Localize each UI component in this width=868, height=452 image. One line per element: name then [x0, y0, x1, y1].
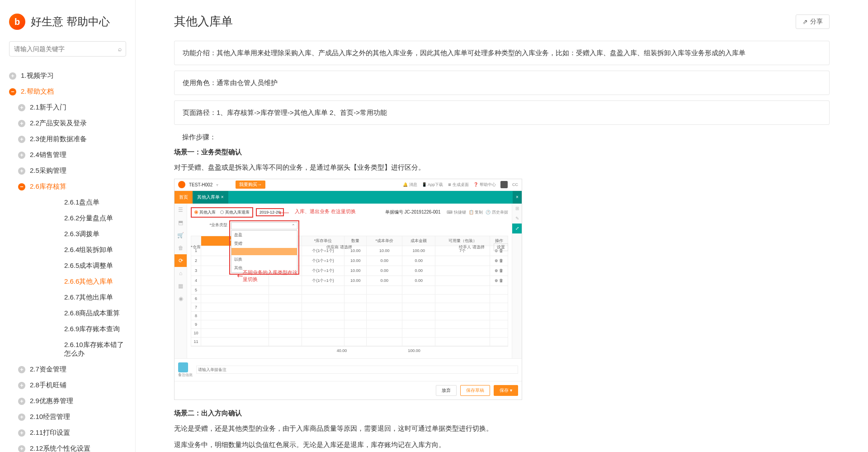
ss-clerk-label: 经手人 请选择: [459, 244, 485, 250]
app-screenshot: TEST-H002 ▾ 我要购买→ 🔔 消息 📱 App下载 🖥 生成桌面 ❓ …: [174, 179, 522, 400]
search-input[interactable]: [9, 41, 126, 57]
page-title: 其他入库单: [174, 14, 233, 29]
ss-shortcut: ⌨ 快捷键: [447, 209, 466, 215]
ss-radio-group: 其他入库 其他入库退库: [191, 207, 253, 218]
ss-rb-icon: ✎: [512, 214, 522, 224]
search-icon[interactable]: ⌕: [118, 45, 122, 52]
search-box: ⌕: [9, 41, 126, 57]
nav-2-6-3[interactable]: 2.6.3调拨单: [36, 226, 126, 242]
ss-left-nav: ☰ ⬒ 🛒 🗑 ⟳ ⌂ ▦ ◉: [175, 204, 187, 358]
ss-lnav-icon: 🗑: [175, 242, 187, 254]
ss-setting: 设置: [494, 243, 508, 251]
ss-account: TEST-H002: [189, 182, 212, 187]
nav-video-learning[interactable]: 1.视频学习: [9, 68, 126, 84]
nav-2-6-1[interactable]: 2.6.1盘点单: [36, 195, 126, 210]
nav-2-6-2[interactable]: 2.6.2分量盘点单: [36, 210, 126, 226]
nav-2-10[interactable]: 2.10经营管理: [18, 409, 126, 425]
share-button[interactable]: ⇗分享: [796, 14, 830, 29]
nav-2-6[interactable]: 2.6库存核算: [18, 179, 126, 195]
intro-text: 其他入库单用来处理除采购入库、产成品入库之外的其他入库业务，因此其他入库单可处理…: [217, 49, 745, 57]
ss-supplier-label: 供应商 请选择: [326, 244, 352, 250]
scenario-2-p1: 无论是受赠，还是其他类型的业务，由于入库商品质量等原因，需要退回，这时可通过单据…: [174, 422, 830, 435]
steps-label: 操作步骤：: [174, 133, 830, 142]
scenario-1-title: 场景一：业务类型确认: [174, 148, 830, 157]
share-icon: ⇗: [802, 18, 808, 25]
ss-logo-icon: [178, 181, 185, 188]
ss-annotation-1: 入库、退出业务 在这里切换: [295, 208, 356, 215]
nav-2-7[interactable]: 2.7资金管理: [18, 362, 126, 377]
ss-draft-button: 保存草稿: [460, 385, 490, 396]
ss-app: 📱 App下载: [422, 182, 443, 188]
intro-label: 功能介绍：: [183, 49, 217, 57]
nav-2-6-9[interactable]: 2.6.9库存账本查询: [36, 321, 126, 337]
nav-2-2[interactable]: 2.2产品安装及登录: [18, 115, 126, 131]
scenario-2-title: 场景二：出入方向确认: [174, 409, 830, 418]
main-content: 其他入库单 ⇗分享 功能介绍：其他入库单用来处理除采购入库、产成品入库之外的其他…: [136, 0, 868, 452]
ss-buy-button: 我要购买→: [236, 181, 265, 189]
nav-2-4[interactable]: 2.4销售管理: [18, 147, 126, 163]
ss-lnav-icon: ◉: [175, 292, 187, 305]
ss-lnav-icon: ⌂: [175, 267, 187, 280]
ss-lnav-icon-active: ⟳: [175, 254, 187, 267]
path-label: 页面路径：: [183, 109, 217, 116]
ss-tab-active: 其他入库单 ×: [193, 191, 228, 204]
nav-2-6-7[interactable]: 2.6.7其他出库单: [36, 290, 126, 305]
nav-2-12[interactable]: 2.12系统个性化设置: [18, 441, 126, 452]
ss-history: 🕐 历史单据: [486, 209, 508, 215]
role-box: 使用角色：通常由仓管人员维护: [174, 71, 830, 95]
ss-avatar-icon: [500, 181, 508, 188]
ss-remark-icon: [178, 362, 188, 372]
nav-2-6-10[interactable]: 2.6.10库存账本错了怎么办: [36, 337, 126, 362]
ss-rb-icon: ⊞: [512, 204, 522, 214]
site-title: 好生意 帮助中心: [31, 14, 110, 29]
ss-discard-button: 放弃: [436, 385, 457, 396]
arrow-icon: ⟵: [279, 208, 289, 217]
nav-2-11[interactable]: 2.11打印设置: [18, 425, 126, 441]
ss-desktop: 🖥 生成桌面: [448, 182, 469, 188]
ss-annotation-2: 不同业务的入库类型在这里切换: [243, 269, 300, 283]
nav-help-docs[interactable]: 2.帮助文档: [9, 84, 126, 100]
ss-lnav-icon: ⬒: [175, 216, 187, 229]
role-text: 通常由仓管人员维护: [217, 79, 278, 86]
ss-msg: 🔔 消息: [403, 182, 417, 188]
nav-2-1[interactable]: 2.1新手入门: [18, 100, 126, 115]
ss-lnav-icon: ▦: [175, 280, 187, 292]
ss-lnav-icon: 🛒: [175, 229, 187, 242]
path-box: 页面路径：1、库存核算->库存管理->其他入库单 2、首页->常用功能: [174, 100, 830, 125]
ss-warehouse-label: *仓库: [191, 244, 201, 250]
role-label: 使用角色：: [183, 79, 217, 86]
nav-2-6-6[interactable]: 2.6.6其他入库单: [36, 274, 126, 290]
ss-btype-select: ⌃ 盘盈 受赠 以换 其他: [229, 220, 299, 275]
ss-rb-icon-active: ⤢: [512, 224, 522, 233]
sidebar: b 好生意 帮助中心 ⌕ 1.视频学习 2.帮助文档 2.1新手入门 2.2产品…: [0, 0, 136, 452]
ss-remark-input: [196, 366, 518, 374]
ss-save-button: 保存 ▾: [494, 385, 518, 396]
logo-row: b 好生意 帮助中心: [9, 14, 126, 30]
nav-2-5[interactable]: 2.5采购管理: [18, 163, 126, 179]
logo-icon: b: [9, 14, 25, 30]
ss-right-toolbar: ⊞ ✎ ⤢: [512, 204, 522, 358]
nav-2-9[interactable]: 2.9优惠券管理: [18, 393, 126, 409]
nav-2-6-4[interactable]: 2.6.4组装拆卸单: [36, 242, 126, 258]
path-text: 1、库存核算->库存管理->其他入库单 2、首页->常用功能: [217, 109, 387, 116]
scenario-2-p2: 退库业务中，明细数量均以负值红色展示。无论是入库还是退库，库存账均记在入库方向。: [174, 438, 830, 452]
ss-btype-label: *业务类型: [210, 222, 228, 228]
ss-user: CC: [512, 182, 518, 187]
intro-box: 功能介绍：其他入库单用来处理除采购入库、产成品入库之外的其他入库业务，因此其他入…: [174, 41, 830, 65]
nav-2-6-8[interactable]: 2.6.8商品成本重算: [36, 305, 126, 321]
scenario-1-text: 对于受赠、盘盈或是拆装入库等不同的业务，是通过单据头【业务类型】进行区分。: [174, 161, 830, 174]
ss-tab-home: 首页: [175, 191, 193, 204]
nav-2-8[interactable]: 2.8手机旺铺: [18, 377, 126, 393]
ss-docno: 单据编号 JC-20191226-001: [385, 209, 441, 215]
ss-help: ❓ 帮助中心: [473, 182, 496, 188]
ss-close-icon: ×: [513, 191, 522, 204]
nav-2-6-5[interactable]: 2.6.5成本调整单: [36, 258, 126, 274]
ss-copy: 📋 复制: [469, 209, 483, 215]
ss-totals: 40.00100.00: [191, 346, 508, 355]
ss-lnav-icon: ☰: [175, 204, 187, 216]
nav-2-3[interactable]: 2.3使用前数据准备: [18, 131, 126, 147]
